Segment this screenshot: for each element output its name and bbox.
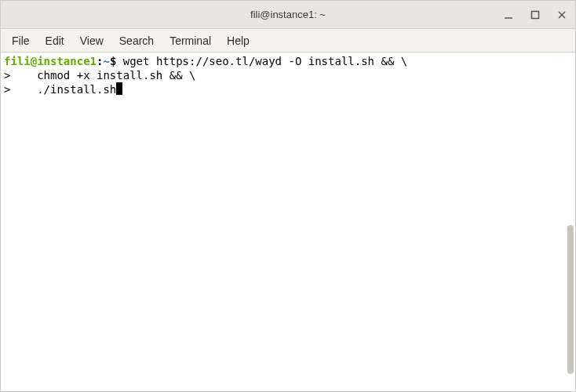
terminal-line-2: > chmod +x install.sh && \: [4, 68, 572, 82]
close-icon: [557, 10, 567, 20]
svg-rect-1: [532, 11, 539, 18]
cursor: [116, 82, 122, 95]
command-text-3: ./install.sh: [37, 83, 116, 96]
minimize-icon: [504, 10, 513, 20]
titlebar: fili@instance1: ~: [1, 1, 575, 29]
menu-help[interactable]: Help: [219, 31, 257, 50]
minimize-button[interactable]: [501, 8, 516, 22]
menubar: File Edit View Search Terminal Help: [1, 29, 575, 53]
command-text-2: chmod +x install.sh && \: [37, 69, 195, 82]
window-controls: [501, 1, 569, 28]
prompt-user-host: fili@instance1: [4, 55, 97, 67]
scrollbar-thumb[interactable]: [567, 225, 574, 374]
maximize-button[interactable]: [528, 8, 542, 22]
terminal-line-1: fili@instance1:~$ wget https://seo.tl/wa…: [4, 54, 572, 68]
menu-file[interactable]: File: [4, 31, 38, 50]
continuation-prefix-1: >: [4, 69, 37, 82]
terminal-output[interactable]: fili@instance1:~$ wget https://seo.tl/wa…: [1, 53, 575, 391]
terminal-main: fili@instance1:~$ wget https://seo.tl/wa…: [1, 53, 575, 391]
menu-edit[interactable]: Edit: [38, 31, 72, 50]
menu-view[interactable]: View: [72, 31, 111, 50]
prompt-sep2: $: [110, 55, 123, 67]
close-button[interactable]: [555, 8, 569, 22]
terminal-window: fili@instance1: ~ File Edit View Search …: [0, 0, 576, 392]
command-text-1: wget https://seo.tl/wayd -O install.sh &…: [123, 55, 407, 67]
maximize-icon: [530, 10, 540, 20]
terminal-line-3: > ./install.sh: [4, 82, 572, 96]
continuation-prefix-2: >: [4, 83, 37, 96]
window-title: fili@instance1: ~: [250, 9, 326, 20]
menu-search[interactable]: Search: [111, 31, 162, 50]
prompt-path: ~: [103, 55, 109, 67]
menu-terminal[interactable]: Terminal: [162, 31, 219, 50]
